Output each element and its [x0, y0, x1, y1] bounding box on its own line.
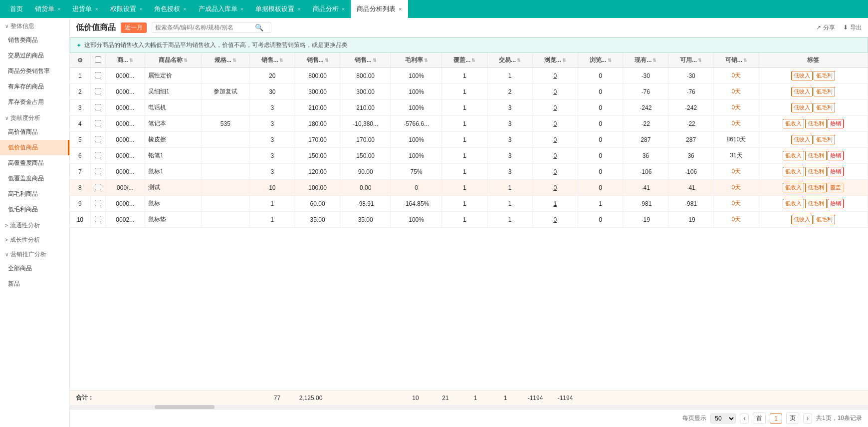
browse-count[interactable]: 0 — [553, 184, 557, 191]
sidebar-item-low-value[interactable]: 低价值商品 — [0, 140, 69, 155]
per-page-select[interactable]: 50 100 200 — [710, 414, 736, 424]
sidebar-group-overall[interactable]: ∨ 整体信息 — [0, 18, 69, 32]
select-all-checkbox[interactable] — [95, 56, 101, 63]
browse-count1[interactable]: 0 — [532, 68, 578, 84]
filter-recent-month-button[interactable]: 近一月 — [121, 22, 147, 33]
nav-product-analysis-list[interactable]: 商品分析列表 × — [351, 0, 408, 18]
browse-count[interactable]: 0 — [553, 104, 557, 111]
browse-count1[interactable]: 0 — [532, 164, 578, 180]
row-checkbox[interactable] — [95, 104, 101, 110]
search-input[interactable] — [155, 24, 255, 31]
sort-icon[interactable]: ⇅ — [471, 58, 475, 63]
sidebar-item-stocked-products[interactable]: 有库存的商品 — [0, 79, 69, 94]
close-icon[interactable]: × — [57, 6, 60, 12]
sort-icon[interactable]: ⇅ — [562, 58, 566, 63]
browse-count1[interactable]: 0 — [532, 116, 578, 132]
sort-icon[interactable]: ⇅ — [232, 58, 236, 63]
browse-count[interactable]: 1 — [553, 200, 557, 207]
browse-count[interactable]: 0 — [553, 168, 557, 175]
row-checkbox-cell[interactable] — [90, 116, 105, 132]
row-checkbox-cell[interactable] — [90, 196, 105, 212]
row-checkbox[interactable] — [95, 168, 101, 174]
row-checkbox[interactable] — [95, 200, 101, 206]
row-checkbox[interactable] — [95, 136, 101, 142]
browse-count1[interactable]: 0 — [532, 212, 578, 228]
col-checkbox[interactable] — [90, 53, 105, 68]
col-settings[interactable]: ⚙ — [70, 53, 90, 68]
row-checkbox[interactable] — [95, 216, 101, 222]
row-checkbox-cell[interactable] — [90, 180, 105, 196]
sidebar-item-low-margin[interactable]: 低毛利商品 — [0, 202, 69, 217]
nav-finished-goods[interactable]: 产成品入库单 × — [193, 0, 249, 18]
sidebar-item-low-coverage[interactable]: 低覆盖度商品 — [0, 171, 69, 186]
sidebar-item-inventory-capital[interactable]: 库存资金占用 — [0, 94, 69, 110]
scrollbar-thumb[interactable] — [155, 405, 215, 409]
sidebar-group-marketing[interactable]: ∨ 营销推广分析 — [0, 246, 69, 261]
browse-count[interactable]: 0 — [553, 136, 557, 143]
sort-icon[interactable]: ⇅ — [424, 58, 428, 63]
sort-icon[interactable]: ⇅ — [325, 58, 329, 63]
sort-icon[interactable]: ⇅ — [129, 58, 133, 63]
row-checkbox[interactable] — [95, 120, 101, 126]
close-icon[interactable]: × — [297, 6, 300, 12]
sort-icon[interactable]: ⇅ — [517, 58, 521, 63]
sidebar-item-new-products[interactable]: 新品 — [0, 276, 69, 292]
row-checkbox-cell[interactable] — [90, 148, 105, 164]
horizontal-scrollbar[interactable] — [70, 405, 868, 409]
browse-count[interactable]: 0 — [553, 72, 557, 79]
browse-count[interactable]: 0 — [553, 88, 557, 95]
last-page-button[interactable]: › — [803, 414, 812, 424]
sidebar-group-growth[interactable]: > 成长性分析 — [0, 232, 69, 246]
close-icon[interactable]: × — [139, 6, 142, 12]
search-icon[interactable]: 🔍 — [255, 23, 263, 31]
sort-icon[interactable]: ⇅ — [743, 58, 747, 63]
first-page-button[interactable]: ‹ — [740, 414, 749, 424]
nav-purchase-order[interactable]: 进货单 × — [66, 0, 104, 18]
sidebar-item-sales-products[interactable]: 销售类商品 — [0, 32, 69, 48]
sidebar-item-all-products[interactable]: 全部商品 — [0, 261, 69, 276]
export-button[interactable]: ⬇ 导出 — [843, 23, 862, 32]
browse-count1[interactable]: 0 — [532, 180, 578, 196]
row-checkbox-cell[interactable] — [90, 100, 105, 116]
sort-icon[interactable]: ⇅ — [652, 58, 656, 63]
browse-count1[interactable]: 0 — [532, 84, 578, 100]
row-checkbox[interactable] — [95, 152, 101, 158]
nav-product-analysis[interactable]: 商品分析 × — [307, 0, 351, 18]
browse-count1[interactable]: 0 — [532, 148, 578, 164]
nav-template-settings[interactable]: 单据模板设置 × — [249, 0, 306, 18]
nav-role-auth[interactable]: 角色授权 × — [148, 0, 192, 18]
row-checkbox[interactable] — [95, 72, 101, 78]
sort-icon[interactable]: ⇅ — [184, 58, 188, 63]
browse-count1[interactable]: 1 — [532, 196, 578, 212]
browse-count[interactable]: 0 — [553, 152, 557, 159]
row-checkbox-cell[interactable] — [90, 132, 105, 148]
row-checkbox[interactable] — [95, 184, 101, 190]
sort-icon[interactable]: ⇅ — [698, 58, 702, 63]
close-icon[interactable]: × — [95, 6, 98, 12]
sort-icon[interactable]: ⇅ — [279, 58, 283, 63]
sidebar-group-contribution[interactable]: ∨ 贡献度分析 — [0, 110, 69, 124]
close-icon[interactable]: × — [399, 6, 402, 12]
close-icon[interactable]: × — [240, 6, 243, 12]
sidebar-item-category-sales-rate[interactable]: 商品分类销售率 — [0, 63, 69, 79]
sidebar-item-high-value[interactable]: 高价值商品 — [0, 124, 69, 140]
sort-icon[interactable]: ⇅ — [373, 58, 377, 63]
row-checkbox-cell[interactable] — [90, 84, 105, 100]
prev-page-button[interactable]: 首 — [753, 413, 766, 424]
row-checkbox-cell[interactable] — [90, 164, 105, 180]
row-checkbox-cell[interactable] — [90, 68, 105, 84]
close-icon[interactable]: × — [342, 6, 345, 12]
nav-permission[interactable]: 权限设置 × — [104, 0, 148, 18]
browse-count1[interactable]: 0 — [532, 132, 578, 148]
nav-home[interactable]: 首页 — [4, 0, 29, 18]
browse-count[interactable]: 0 — [553, 216, 557, 223]
sidebar-group-circulation[interactable]: > 流通性分析 — [0, 217, 69, 232]
close-icon[interactable]: × — [183, 6, 186, 12]
share-button[interactable]: ↗ 分享 — [816, 23, 835, 32]
browse-count1[interactable]: 0 — [532, 100, 578, 116]
sidebar-item-high-coverage[interactable]: 高覆盖度商品 — [0, 155, 69, 171]
nav-sales-order[interactable]: 销货单 × — [29, 0, 66, 18]
row-checkbox[interactable] — [95, 88, 101, 94]
browse-count[interactable]: 0 — [553, 120, 557, 127]
row-checkbox-cell[interactable] — [90, 212, 105, 228]
